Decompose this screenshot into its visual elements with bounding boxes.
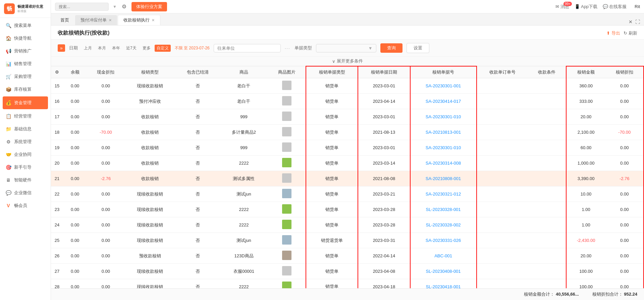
cell-bill-date: 2022-04-14 — [358, 248, 410, 264]
refresh-button[interactable]: ↻ 刷新 — [624, 30, 637, 36]
date-more[interactable]: 更多 — [141, 45, 153, 52]
sidebar-item-purchase[interactable]: 🛒 采购管理 — [0, 70, 51, 83]
close-writeoff-tab-icon[interactable]: ✕ — [152, 18, 155, 23]
app-icon: 📱 — [575, 4, 580, 9]
sidebar-item-sales[interactable]: 📊 销售管理 — [0, 57, 51, 70]
solution-button[interactable]: 体验行业方案 — [131, 2, 167, 11]
cell-id: 16 — [51, 94, 63, 109]
sidebar-item-search[interactable]: 🔍 搜索菜单 — [0, 19, 51, 32]
search-input[interactable] — [55, 3, 109, 11]
maximize-tab-icon[interactable]: ⛶ — [635, 19, 640, 25]
cell-cash-discount: 0.00 — [87, 264, 124, 279]
cell-cash-discount: 0.00 — [87, 94, 124, 109]
home-icon: 🏠 — [5, 35, 11, 41]
hardware-icon: 🖥 — [5, 177, 11, 183]
cell-bill-date: 2023-03-01 — [358, 78, 410, 94]
cell-product: 999 — [220, 109, 268, 125]
cell-include-settled: 否 — [175, 94, 220, 109]
table-footer: 核销金额合计： 40,556,66... 核销折扣合计： 952.24 — [51, 288, 644, 300]
cell-writeoff-discount: 0.00 — [606, 78, 644, 94]
sidebar-item-collab[interactable]: 🤝 企业协同 — [0, 148, 51, 161]
cell-product: 2222 — [220, 279, 268, 289]
cell-writeoff-amount: 3,390.00 — [566, 171, 606, 186]
filter-toggle-button[interactable]: » — [58, 44, 65, 52]
sidebar-item-inventory[interactable]: 📦 库存核算 — [0, 83, 51, 96]
cell-receipt-condition — [528, 94, 566, 109]
sidebar-item-basic-info[interactable]: 📁 基础信息 — [0, 123, 51, 135]
purchase-icon: 🛒 — [5, 74, 11, 80]
cell-include-settled: 否 — [175, 140, 220, 156]
table-row: 26 0.00 0.00 预收款核销 否 123D商品 销货单 2022-04-… — [51, 248, 644, 264]
col-header-bill-number: 核销单据号 — [410, 66, 477, 78]
close-prepay-tab-icon[interactable]: ✕ — [109, 18, 112, 23]
cell-receipt-order — [477, 109, 528, 125]
cell-receipt-order — [477, 78, 528, 94]
expand-conditions-btn[interactable]: ∨ 展开更多条件 — [332, 58, 363, 64]
export-button[interactable]: ⬆ 导出 — [606, 30, 620, 36]
date-custom-btn[interactable]: 自定义 — [155, 45, 171, 52]
cell-product: 2222 — [220, 156, 268, 171]
cell-receipt-condition — [528, 186, 566, 202]
cell-writeoff-amount: -2,430.00 — [566, 233, 606, 248]
tab-prepay[interactable]: 预付冲应付单 ✕ — [75, 15, 117, 25]
table-container[interactable]: ⚙ 余额 现金折扣 核销类型 包含已结清 商品 商品图片 核销单据类型 核销单据… — [51, 66, 644, 288]
cell-product-image — [268, 171, 306, 186]
page-actions: ⬆ 导出 ↻ 刷新 — [606, 30, 637, 36]
bill-type-label: 单据类型 — [294, 45, 312, 51]
cell-balance: 0.00 — [63, 217, 87, 233]
table-row: 15 0.00 0.00 现续收款核销 否 老白干 销货单 2023-03-01… — [51, 78, 644, 94]
date-this-year[interactable]: 本年 — [110, 45, 122, 52]
sidebar-item-finance[interactable]: 💰 资金管理 — [3, 96, 48, 109]
bill-type-select[interactable]: ▼ — [316, 44, 376, 52]
cell-bill-date: 2023-04-18 — [358, 279, 410, 289]
cell-bill-type: 销货单 — [306, 78, 358, 94]
tab-home[interactable]: 首页 — [55, 15, 74, 25]
sidebar-item-system[interactable]: ⚙ 系统管理 — [0, 135, 51, 148]
table-row: 25 0.00 0.00 现续收款核销 否 测试jun 销货退货单 2023-0… — [51, 233, 644, 248]
settings-icon[interactable]: ⚙ — [119, 2, 129, 11]
message-button[interactable]: ✉ 消息 99+ — [555, 4, 569, 10]
partner-input[interactable] — [214, 44, 281, 52]
cell-writeoff-type: 预付冲应收 — [124, 94, 175, 109]
tab-writeoff[interactable]: 收款核销执行 ✕ — [118, 15, 160, 25]
cell-cash-discount: 0.00 — [87, 156, 124, 171]
cell-bill-number: SA-20230301-010 — [410, 140, 477, 156]
table-body: 15 0.00 0.00 现续收款核销 否 老白干 销货单 2023-03-01… — [51, 78, 644, 289]
cell-bill-number: SA-20230301-001 — [410, 78, 477, 94]
sidebar-item-nav[interactable]: 🏠 快捷导航 — [0, 32, 51, 45]
cell-writeoff-discount: 0.00 — [606, 248, 644, 264]
table-row: 19 0.00 0.00 收款核销 否 999 销货单 2023-03-01 S… — [51, 140, 644, 156]
setting-button[interactable]: 设置 — [407, 43, 429, 53]
sidebar-item-wechat[interactable]: 💬 企业微信 — [0, 186, 51, 199]
sidebar-item-guide[interactable]: 🎯 新手引导 — [0, 161, 51, 174]
date-last-month[interactable]: 上月 — [82, 45, 94, 52]
cell-product-image — [268, 109, 306, 125]
cell-cash-discount: 0.00 — [87, 233, 124, 248]
chevron-down-icon: ▼ — [368, 46, 373, 51]
cell-receipt-condition — [528, 202, 566, 217]
cell-balance: 0.00 — [63, 140, 87, 156]
sidebar-item-operations[interactable]: 📋 经营管理 — [0, 110, 51, 123]
topbar-right: ✉ 消息 99+ 📱 App下载 💬 在线客服 Rit — [555, 4, 640, 10]
query-button[interactable]: 查询 — [380, 43, 402, 53]
cell-product-image — [268, 264, 306, 279]
col-header-settings[interactable]: ⚙ — [51, 66, 63, 78]
search-icon: 🔍 — [5, 23, 11, 29]
date-7days[interactable]: 近7天 — [124, 45, 139, 52]
close-tab-icon[interactable]: ✕ — [629, 19, 633, 25]
cell-include-settled: 否 — [175, 279, 220, 289]
date-this-month[interactable]: 本月 — [96, 45, 108, 52]
online-service-button[interactable]: 💬 在线客服 — [603, 4, 627, 10]
user-info: Rit — [635, 4, 640, 9]
app-download-button[interactable]: 📱 App下载 — [575, 4, 597, 10]
cell-cash-discount: 0.00 — [87, 248, 124, 264]
sidebar-item-marketing[interactable]: 📢 营销推广 — [0, 45, 51, 57]
cell-id: 23 — [51, 202, 63, 217]
sidebar-item-hardware[interactable]: 🖥 智能硬件 — [0, 174, 51, 186]
cell-product-image — [268, 156, 306, 171]
sidebar-item-member[interactable]: V 畅会员 — [0, 199, 51, 212]
cell-bill-date: 2021-08-08 — [358, 171, 410, 186]
cell-bill-type: 销货单 — [306, 140, 358, 156]
cell-bill-date: 2023-03-28 — [358, 217, 410, 233]
cell-bill-number: SA-20230314-008 — [410, 156, 477, 171]
